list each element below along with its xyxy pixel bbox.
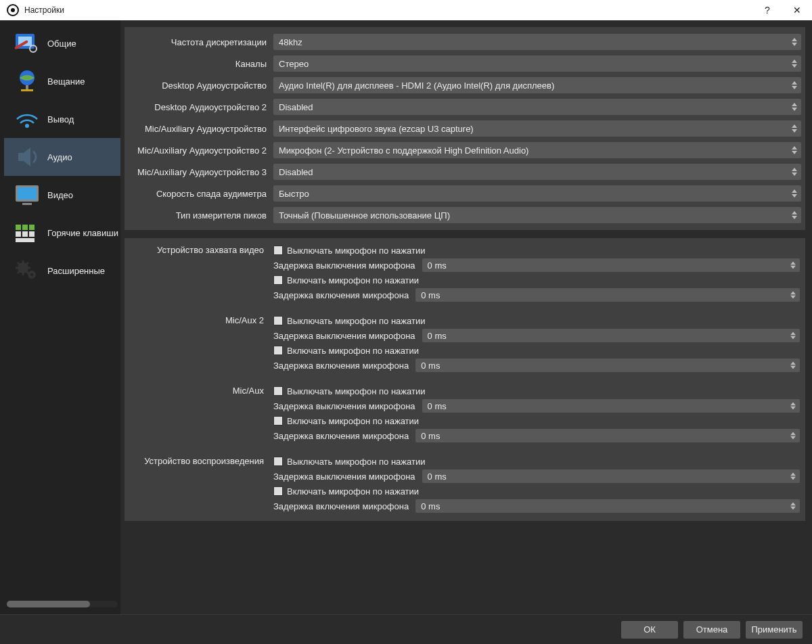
setting-label: Desktop Аудиоустройство [125,80,273,91]
sidebar-item-label: Общие [47,39,76,49]
ptt-delay-on-input[interactable]: 0 ms [415,429,800,442]
setting-label: Desktop Аудиоустройство 2 [125,102,273,112]
dropdown-value: Быстро [279,189,309,199]
svg-rect-14 [16,231,21,237]
ptt-unmute-checkbox[interactable] [273,275,283,285]
ptt-mute-checkbox[interactable] [273,316,283,325]
app-icon [7,4,19,16]
ptt-unmute-label: Включать микрофон по нажатии [287,346,419,356]
ptt-delay-off-input[interactable]: 0 ms [422,469,800,483]
spin-value: 0 ms [428,260,447,271]
setting-dropdown[interactable]: Disabled [273,164,801,180]
setting-label: Каналы [125,59,273,69]
svg-rect-15 [22,231,28,237]
svg-point-7 [25,124,29,128]
ptt-unmute-checkbox[interactable] [273,346,283,355]
close-button[interactable]: ✕ [782,0,812,20]
sidebar-item-label: Аудио [47,152,72,162]
ptt-group-title: Устройство воспроизведения [125,455,273,513]
wrench-icon [8,28,46,58]
window-title: Настройки [24,5,752,15]
svg-rect-16 [29,231,35,237]
ptt-delay-off-label: Задержка выключения микрофона [273,472,422,482]
ptt-delay-on-input[interactable]: 0 ms [415,288,800,302]
ptt-group: Mic/AuxВыключать микрофон по нажатииЗаде… [125,384,800,442]
setting-dropdown[interactable]: Точный (Повышенное использование ЦП) [273,207,801,223]
ptt-unmute-label: Включать микрофон по нажатии [287,486,419,497]
sidebar-item-general[interactable]: Общие [4,24,120,62]
ptt-mute-label: Выключать микрофон по нажатии [287,457,425,467]
svg-rect-13 [29,225,35,230]
help-button[interactable]: ? [752,0,782,20]
ptt-mute-checkbox[interactable] [273,246,283,255]
wifi-icon [8,104,46,134]
sidebar-item-hotkeys[interactable]: Горячие клавиши [4,214,120,252]
ptt-group: Устройство воспроизведенияВыключать микр… [125,455,800,513]
setting-dropdown[interactable]: Микрофон (2- Устройство с поддержкой Hig… [273,142,801,158]
sidebar-item-output[interactable]: Вывод [4,100,120,138]
setting-row: Тип измерителя пиковТочный (Повышенное и… [125,204,801,226]
ptt-group: Устройство захвата видеоВыключать микроф… [125,244,800,302]
setting-dropdown[interactable]: Стерео [273,55,801,72]
gears-icon [8,256,46,285]
svg-rect-9 [18,187,37,200]
setting-label: Частота дискретизации [125,37,273,47]
sidebar-item-label: Вывод [47,114,74,124]
ptt-delay-on-label: Задержка включения микрофона [273,431,415,441]
sidebar-item-label: Горячие клавиши [47,228,118,238]
setting-dropdown[interactable]: Интерфейс цифрового звука (ezcap U3 capt… [273,120,801,137]
setting-label: Mic/Auxiliary Аудиоустройство 3 [125,167,273,177]
ptt-delay-on-label: Задержка включения микрофона [273,290,415,300]
setting-row: Desktop АудиоустройствоАудио Intel(R) дл… [125,74,801,96]
dialog-footer: ОК Отмена Применить [0,614,812,644]
globe-icon [8,66,46,96]
ptt-group-title: Mic/Aux 2 [125,314,273,372]
setting-row: Mic/Auxiliary Аудиоустройство 2Микрофон … [125,139,801,161]
sidebar-item-advanced[interactable]: Расширенные [4,252,120,290]
titlebar: Настройки ? ✕ [0,0,812,20]
sidebar-scrollbar[interactable] [7,601,118,607]
cancel-button[interactable]: Отмена [683,621,740,639]
svg-rect-5 [26,85,28,89]
ptt-unmute-label: Включать микрофон по нажатии [287,275,419,285]
sidebar-item-video[interactable]: Видео [4,176,120,214]
spin-value: 0 ms [421,431,440,441]
setting-row: Скорость спада аудиметраБыстро [125,183,801,204]
setting-row: Mic/Auxiliary Аудиоустройство 3Disabled [125,161,801,183]
spin-value: 0 ms [421,501,440,511]
dropdown-value: Микрофон (2- Устройство с поддержкой Hig… [279,145,528,156]
sidebar-item-label: Вещание [47,76,85,87]
setting-dropdown[interactable]: 48khz [273,34,801,50]
apply-button[interactable]: Применить [746,621,803,639]
svg-point-21 [30,273,33,276]
setting-dropdown[interactable]: Аудио Intel(R) для дисплеев - HDMI 2 (Ау… [273,77,801,93]
ptt-delay-off-label: Задержка выключения микрофона [273,331,422,341]
svg-rect-11 [16,225,21,230]
svg-rect-10 [22,203,32,205]
setting-label: Mic/Auxiliary Аудиоустройство 2 [125,145,273,156]
ok-button[interactable]: ОК [621,621,678,639]
dropdown-value: Точный (Повышенное использование ЦП) [279,210,450,221]
setting-dropdown[interactable]: Disabled [273,99,801,115]
ptt-delay-on-label: Задержка включения микрофона [273,361,415,371]
dropdown-value: Disabled [279,167,313,177]
ptt-unmute-checkbox[interactable] [273,416,283,426]
spin-value: 0 ms [428,472,447,482]
ptt-mute-checkbox[interactable] [273,457,283,466]
ptt-group: Mic/Aux 2Выключать микрофон по нажатииЗа… [125,314,800,372]
sidebar-item-stream[interactable]: Вещание [4,62,120,100]
ptt-mute-checkbox[interactable] [273,386,283,396]
dropdown-value: Интерфейс цифрового звука (ezcap U3 capt… [279,124,474,134]
sidebar-item-audio[interactable]: Аудио [4,138,120,176]
setting-dropdown[interactable]: Быстро [273,185,801,202]
dropdown-value: 48khz [279,37,302,47]
spin-value: 0 ms [428,331,447,341]
ptt-group-title: Mic/Aux [125,384,273,442]
ptt-delay-on-input[interactable]: 0 ms [415,359,800,372]
ptt-delay-off-input[interactable]: 0 ms [422,329,800,342]
ptt-delay-off-input[interactable]: 0 ms [422,258,800,272]
ptt-group-title: Устройство захвата видео [125,244,273,302]
ptt-delay-on-input[interactable]: 0 ms [415,499,800,513]
ptt-unmute-checkbox[interactable] [273,486,283,496]
ptt-delay-off-input[interactable]: 0 ms [422,399,800,413]
